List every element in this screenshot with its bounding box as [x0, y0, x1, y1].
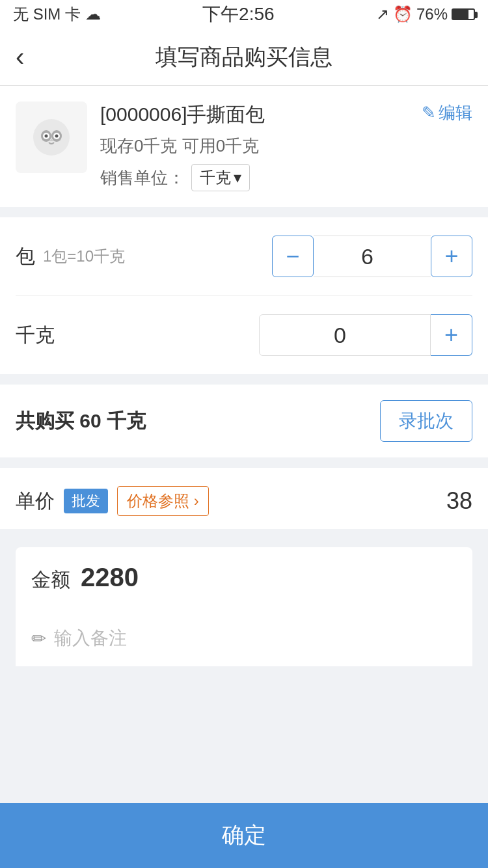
- amount-section: 金额 2280 ✏ 输入备注: [0, 532, 488, 666]
- edit-label: 编辑: [439, 102, 472, 124]
- confirm-button[interactable]: 确定: [222, 821, 266, 850]
- confirm-bar[interactable]: 确定: [0, 803, 488, 868]
- status-left: 无 SIM 卡 ☁: [13, 4, 101, 25]
- qty-hint-bao: 1包=10千克: [43, 246, 125, 267]
- price-ref-button[interactable]: 价格参照 ›: [117, 486, 209, 516]
- total-unit-spacer: [102, 410, 107, 431]
- qty-unit-kg: 千克: [16, 322, 55, 349]
- product-stock: 现存0千克 可用0千克: [100, 135, 472, 157]
- status-bar: 无 SIM 卡 ☁ 下午2:56 ↗ ⏰ 76%: [0, 0, 488, 29]
- svg-point-5: [45, 135, 48, 138]
- edit-button[interactable]: ✎ 编辑: [422, 102, 472, 124]
- svg-point-0: [33, 119, 70, 156]
- price-row: 单价 批发 价格参照 › 38: [16, 486, 472, 516]
- unit-label: 销售单位：: [100, 167, 185, 189]
- amount-label: 金额: [31, 567, 70, 593]
- price-section: 单价 批发 价格参照 › 38: [0, 468, 488, 529]
- batch-button[interactable]: 录批次: [380, 400, 472, 442]
- status-time: 下午2:56: [202, 2, 275, 27]
- qty-label-kg: 千克: [16, 322, 55, 349]
- status-right: ↗ ⏰ 76%: [376, 5, 475, 23]
- total-section: 共购买 60 千克 录批次: [0, 385, 488, 457]
- product-thumbnail: [16, 102, 87, 173]
- amount-value: 2280: [81, 563, 139, 592]
- back-button[interactable]: ‹: [16, 42, 24, 72]
- svg-point-6: [55, 135, 59, 138]
- remark-placeholder: 输入备注: [54, 626, 127, 651]
- qty-plus-bao[interactable]: +: [431, 236, 472, 277]
- total-unit: 千克: [107, 410, 146, 431]
- battery-icon: [452, 8, 475, 20]
- total-prefix: 共购买: [16, 410, 74, 431]
- page-title: 填写商品购买信息: [156, 42, 332, 72]
- qty-row-kg: 千克 +: [16, 296, 472, 374]
- product-name: [0000006]手撕面包: [100, 102, 265, 128]
- product-top-row: [0000006]手撕面包 ✎ 编辑: [100, 102, 472, 135]
- location-icon: ↗: [376, 5, 389, 23]
- qty-minus-bao[interactable]: −: [272, 236, 314, 277]
- qty-input-bao[interactable]: [314, 236, 431, 277]
- total-text: 共购买 60 千克: [16, 408, 146, 435]
- price-label: 单价: [16, 488, 55, 515]
- unit-value: 千克: [200, 167, 231, 188]
- qty-controls-kg: +: [259, 314, 472, 356]
- qty-input-kg[interactable]: [259, 314, 431, 356]
- product-info: [0000006]手撕面包 ✎ 编辑 现存0千克 可用0千克 销售单位： 千克 …: [100, 102, 472, 191]
- nav-bar: ‹ 填写商品购买信息: [0, 29, 488, 86]
- qty-controls-bao: − +: [272, 236, 472, 277]
- price-tag: 批发: [64, 489, 108, 513]
- alarm-icon: ⏰: [393, 5, 413, 23]
- qty-row-bao: 包 1包=10千克 − +: [16, 217, 472, 296]
- product-unit: 销售单位： 千克 ▾: [100, 164, 472, 191]
- qty-unit-bao: 包: [16, 243, 35, 270]
- qty-plus-kg[interactable]: +: [431, 314, 472, 356]
- dropdown-icon: ▾: [234, 169, 241, 187]
- quantity-section: 包 1包=10千克 − + 千克 +: [0, 217, 488, 374]
- price-value: 38: [446, 487, 472, 515]
- sim-status: 无 SIM 卡 ☁: [13, 4, 101, 25]
- unit-select[interactable]: 千克 ▾: [191, 164, 250, 191]
- product-card: [0000006]手撕面包 ✎ 编辑 现存0千克 可用0千克 销售单位： 千克 …: [0, 86, 488, 207]
- pencil-icon: ✏: [31, 628, 46, 649]
- battery-level: 76%: [416, 5, 448, 23]
- qty-label-bao: 包 1包=10千克: [16, 243, 125, 270]
- amount-row: 金额 2280: [16, 547, 472, 616]
- total-amount-value: 60: [79, 410, 101, 431]
- edit-icon: ✎: [422, 103, 436, 123]
- remark-row[interactable]: ✏ 输入备注: [16, 616, 472, 666]
